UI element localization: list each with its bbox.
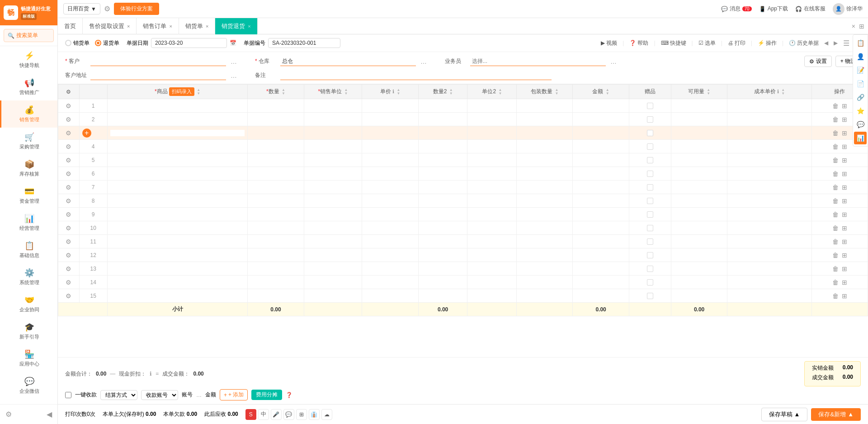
row-available-cell[interactable] <box>671 235 727 248</box>
row-amount-cell[interactable] <box>573 126 629 140</box>
row-unit-cell[interactable] <box>304 140 362 153</box>
footer-icon-2[interactable]: 中 <box>258 409 269 420</box>
footer-icon-7[interactable]: ☁ <box>321 409 332 420</box>
row-amount-cell[interactable] <box>573 181 629 194</box>
remark-input[interactable] <box>280 71 552 80</box>
row-product-cell[interactable] <box>107 208 248 221</box>
row-delete-button[interactable]: 🗑 <box>831 156 840 165</box>
row-copy-button[interactable]: ⊞ <box>841 129 848 138</box>
sidebar-item-quick-nav[interactable]: ⚡ 快捷导航 <box>0 46 57 73</box>
row-cost-price-cell[interactable] <box>727 140 811 153</box>
row-pkg-qty-cell[interactable] <box>517 208 573 221</box>
row-copy-button[interactable]: ⊞ <box>841 156 848 165</box>
fee-help-icon[interactable]: ❓ <box>286 392 292 398</box>
gift-checkbox[interactable] <box>647 279 653 286</box>
sidebar-item-guide[interactable]: 🎓 新手引导 <box>0 318 57 345</box>
row-delete-button[interactable]: 🗑 <box>831 129 840 138</box>
row-qty2-cell[interactable] <box>418 276 467 289</box>
add-payment-button[interactable]: + + 添加 <box>220 389 248 400</box>
row-available-cell[interactable] <box>671 208 727 221</box>
user-profile[interactable]: 👤 徐泽华 <box>833 3 863 15</box>
row-price-cell[interactable] <box>362 153 418 167</box>
row-qty2-cell[interactable] <box>418 194 467 208</box>
row-qty2-cell[interactable] <box>418 167 467 181</box>
row-available-cell[interactable] <box>671 140 727 153</box>
row-gear-button[interactable]: ⚙ <box>65 101 72 110</box>
row-gift-cell[interactable] <box>629 276 671 289</box>
row-qty2-cell[interactable] <box>418 289 467 303</box>
row-unit2-cell[interactable] <box>467 235 517 248</box>
account-select[interactable]: 收款账号 <box>141 390 178 400</box>
gift-checkbox[interactable] <box>647 198 653 204</box>
row-unit2-cell[interactable] <box>467 276 517 289</box>
row-pkg-qty-cell[interactable] <box>517 289 573 303</box>
row-gear-button[interactable]: ⚙ <box>65 251 72 260</box>
row-gift-cell[interactable] <box>629 208 671 221</box>
row-product-cell[interactable] <box>107 235 248 248</box>
row-qty-cell[interactable] <box>248 221 304 235</box>
tab-close-sales-return[interactable]: × <box>248 24 250 29</box>
row-copy-button[interactable]: ⊞ <box>841 237 848 246</box>
row-amount-cell[interactable] <box>573 113 629 126</box>
sidebar-item-appstore[interactable]: 🏪 应用中心 <box>0 345 57 372</box>
row-amount-cell[interactable] <box>573 248 629 262</box>
row-unit-cell[interactable] <box>304 99 362 113</box>
row-product-cell[interactable] <box>107 194 248 208</box>
row-gift-cell[interactable] <box>629 248 671 262</box>
row-price-cell[interactable] <box>362 248 418 262</box>
row-cost-price-cell[interactable] <box>727 153 811 167</box>
settings-button[interactable]: ⚙ <box>5 409 13 419</box>
print-btn[interactable]: 🖨 打印 <box>728 39 745 47</box>
row-copy-button[interactable]: ⊞ <box>841 278 848 287</box>
customer-dots-icon[interactable]: … <box>231 58 237 65</box>
staff-dots-icon[interactable]: … <box>610 58 617 65</box>
history-btn[interactable]: 🕐 历史单据 <box>789 39 819 47</box>
calendar-icon[interactable]: 📅 <box>230 40 236 46</box>
row-qty-cell[interactable] <box>248 289 304 303</box>
row-delete-button[interactable]: 🗑 <box>831 278 840 287</box>
gift-checkbox[interactable] <box>647 143 653 150</box>
row-available-cell[interactable] <box>671 153 727 167</box>
sidebar-item-sales[interactable]: 💰 销售管理 <box>0 100 57 128</box>
row-qty-cell[interactable] <box>248 167 304 181</box>
next-icon[interactable]: ▶ <box>834 40 838 46</box>
row-qty2-cell[interactable] <box>418 248 467 262</box>
rt-item-1[interactable]: 📋 <box>854 37 867 49</box>
row-pkg-qty-cell[interactable] <box>517 262 573 276</box>
online-service-button[interactable]: 🎧 在线客服 <box>795 5 826 13</box>
row-unit-cell[interactable] <box>304 194 362 208</box>
row-delete-button[interactable]: 🗑 <box>831 237 840 246</box>
shortcut-btn[interactable]: ⌨ 快捷键 <box>661 39 686 47</box>
row-amount-cell[interactable] <box>573 221 629 235</box>
row-available-cell[interactable] <box>671 113 727 126</box>
row-price-cell[interactable] <box>362 194 418 208</box>
tab-close-sales-delivery[interactable]: × <box>206 24 208 29</box>
address-dots-icon[interactable]: … <box>231 72 237 79</box>
row-amount-cell[interactable] <box>573 140 629 153</box>
row-delete-button[interactable]: 🗑 <box>831 169 840 178</box>
sidebar-item-ops[interactable]: 📊 经营管理 <box>0 209 57 236</box>
code-input[interactable] <box>268 38 340 48</box>
gift-checkbox[interactable] <box>647 266 653 272</box>
radio-return[interactable]: 退货单 <box>95 39 119 47</box>
discount-help-icon[interactable]: ℹ <box>150 371 152 377</box>
row-unit-cell[interactable] <box>304 221 362 235</box>
row-unit-cell[interactable] <box>304 167 362 181</box>
row-cost-price-cell[interactable] <box>727 289 811 303</box>
sidebar-item-inventory[interactable]: 📦 库存核算 <box>0 155 57 182</box>
save-draft-button[interactable]: 保存草稿 ▲ <box>761 408 808 421</box>
row-gear-button[interactable]: ⚙ <box>65 169 72 178</box>
help-btn[interactable]: ❓ 帮助 <box>629 39 648 47</box>
row-amount-cell[interactable] <box>573 208 629 221</box>
row-gear-button[interactable]: ⚙ <box>65 115 72 124</box>
row-unit2-cell[interactable] <box>467 140 517 153</box>
row-copy-button[interactable]: ⊞ <box>841 101 848 110</box>
row-pkg-qty-cell[interactable] <box>517 248 573 262</box>
row-gift-cell[interactable] <box>629 99 671 113</box>
row-copy-button[interactable]: ⊞ <box>841 115 848 124</box>
sidebar-item-wechat[interactable]: 💬 企业微信 <box>0 372 57 399</box>
row-copy-button[interactable]: ⊞ <box>841 183 848 192</box>
trial-button[interactable]: 体验行业方案 <box>114 3 159 15</box>
account-dots-icon[interactable]: … <box>196 392 202 398</box>
row-qty-cell[interactable] <box>248 262 304 276</box>
